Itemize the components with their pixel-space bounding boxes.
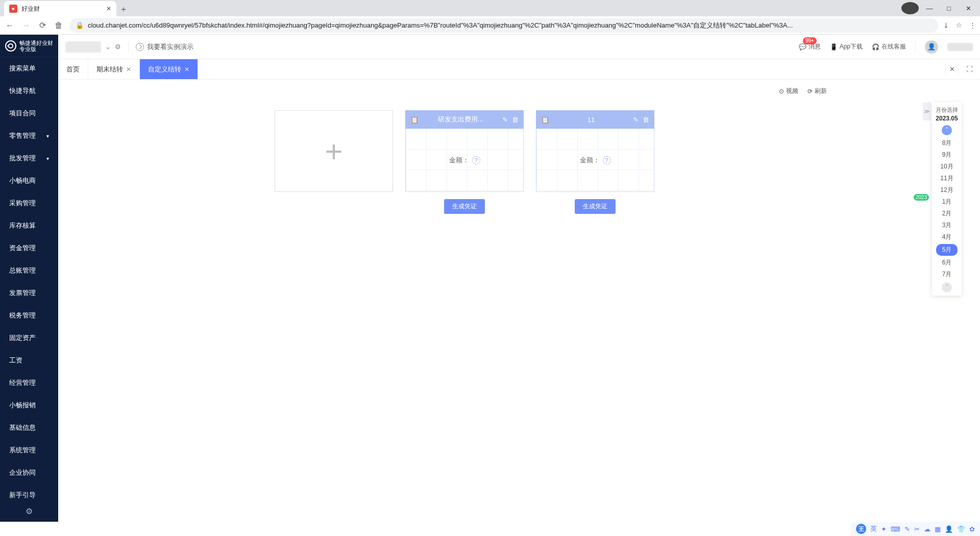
tray-icon[interactable]: ✎ bbox=[904, 525, 910, 533]
month-option[interactable]: 2月 bbox=[932, 208, 962, 220]
sidebar-item[interactable]: 资金管理 bbox=[0, 237, 58, 259]
sidebar-item-label: 采购管理 bbox=[9, 199, 36, 208]
sidebar-item[interactable]: 项目合同 bbox=[0, 102, 58, 125]
support-button[interactable]: 🎧 在线客服 bbox=[872, 42, 906, 51]
tray-icon[interactable]: 👕 bbox=[957, 525, 965, 533]
sidebar-item[interactable]: 总账管理 bbox=[0, 259, 58, 282]
help-icon[interactable]: ? bbox=[603, 156, 611, 164]
forward-button[interactable]: → bbox=[20, 21, 32, 30]
sidebar-item[interactable]: 库存核算 bbox=[0, 214, 58, 237]
sidebar-item[interactable]: 快捷导航 bbox=[0, 80, 58, 102]
chevron-down-icon: ▾ bbox=[46, 133, 49, 139]
edit-icon[interactable]: ✎ bbox=[502, 116, 508, 124]
gear-icon[interactable]: ⚙ bbox=[115, 43, 121, 51]
sidebar-item[interactable]: 零售管理▾ bbox=[0, 125, 58, 147]
sidebar-item[interactable]: 搜索菜单 bbox=[0, 57, 58, 80]
sidebar-item[interactable]: 小畅电商 bbox=[0, 169, 58, 192]
fullscreen-button[interactable]: ⛶ bbox=[963, 63, 976, 76]
delete-icon[interactable]: 🗑 bbox=[512, 116, 519, 124]
month-scroll-down-button[interactable]: ˅ bbox=[942, 282, 952, 293]
month-option[interactable]: 3月 bbox=[932, 220, 962, 231]
bookmark-icon[interactable]: ☆ bbox=[956, 21, 962, 29]
tray-icon[interactable]: ⌨ bbox=[891, 525, 900, 533]
sidebar-item[interactable]: 企业协同 bbox=[0, 461, 58, 484]
page-tab[interactable]: 期末结转✕ bbox=[88, 59, 140, 79]
generate-voucher-button[interactable]: 生成凭证 bbox=[444, 199, 485, 214]
tray-icon[interactable]: ▦ bbox=[935, 525, 941, 533]
browser-tab[interactable]: ♥ 好业财 ✕ bbox=[4, 1, 116, 16]
tray-icon[interactable]: ✦ bbox=[881, 525, 887, 533]
tray-icon[interactable]: ✂ bbox=[914, 525, 920, 533]
sidebar-item-label: 企业协同 bbox=[9, 468, 36, 477]
month-option[interactable]: 7月 bbox=[932, 269, 962, 280]
demo-link[interactable]: 我要看实例演示 bbox=[136, 42, 193, 52]
month-option[interactable]: 9月 bbox=[932, 149, 962, 161]
new-tab-button[interactable]: ＋ bbox=[116, 2, 131, 16]
ime-lang[interactable]: 英 bbox=[870, 524, 877, 533]
month-option[interactable]: 5月 bbox=[936, 244, 958, 256]
incognito-icon[interactable] bbox=[901, 2, 919, 14]
ime-indicator[interactable]: 王 bbox=[856, 524, 866, 534]
month-option[interactable]: 8月 bbox=[932, 137, 962, 149]
sidebar-settings-icon[interactable]: ⚙ bbox=[0, 500, 58, 522]
demo-icon bbox=[136, 43, 144, 51]
sidebar-item[interactable]: 基础信息 bbox=[0, 417, 58, 439]
clipboard-icon: 📋 bbox=[541, 116, 549, 124]
app-download-button[interactable]: 📱 App下载 bbox=[830, 42, 863, 51]
headset-icon: 🎧 bbox=[872, 43, 879, 51]
page-tab-label: 首页 bbox=[66, 65, 80, 74]
month-option[interactable]: 1月 bbox=[932, 196, 962, 208]
url-field[interactable]: 🔒 cloud.chanjet.com/cc/u6d89qwnryel/57bf… bbox=[69, 18, 938, 33]
collapse-month-panel-button[interactable]: ≫ bbox=[923, 102, 931, 120]
sidebar-item[interactable]: 采购管理 bbox=[0, 192, 58, 214]
edit-icon[interactable]: ✎ bbox=[633, 116, 639, 124]
video-link[interactable]: ⊙ 视频 bbox=[779, 87, 798, 95]
help-icon[interactable]: ? bbox=[472, 156, 480, 164]
sidebar-item-label: 搜索菜单 bbox=[9, 64, 36, 73]
page-tab[interactable]: 首页 bbox=[58, 59, 88, 79]
install-app-icon[interactable]: ⤓ bbox=[943, 21, 949, 29]
tab-close-icon[interactable]: ✕ bbox=[184, 66, 189, 73]
tray-icon[interactable]: ✿ bbox=[969, 525, 975, 533]
sidebar-item[interactable]: 固定资产 bbox=[0, 327, 58, 349]
month-option[interactable]: 6月 bbox=[932, 257, 962, 269]
tray-icon[interactable]: ☁ bbox=[924, 525, 930, 533]
generate-voucher-button[interactable]: 生成凭证 bbox=[575, 199, 616, 214]
month-option[interactable]: 11月 bbox=[932, 173, 962, 184]
sidebar-item[interactable]: 小畅报销 bbox=[0, 394, 58, 417]
page-tab[interactable]: 自定义结转✕ bbox=[140, 59, 198, 79]
minimize-button[interactable]: — bbox=[921, 2, 938, 14]
close-window-button[interactable]: ✕ bbox=[960, 2, 977, 14]
chevron-down-icon[interactable]: ⌄ bbox=[105, 43, 111, 51]
sidebar-item[interactable]: 工资 bbox=[0, 349, 58, 372]
tab-close-icon[interactable]: ✕ bbox=[106, 5, 111, 12]
play-icon: ⊙ bbox=[779, 88, 784, 95]
month-option[interactable]: 12月 bbox=[932, 184, 962, 196]
add-card-button[interactable]: + bbox=[275, 110, 393, 192]
transfer-card: 📋研发支出费用...✎🗑金额：?生成凭证 bbox=[405, 110, 524, 214]
sidebar-item[interactable]: 批发管理▾ bbox=[0, 147, 58, 169]
refresh-link[interactable]: ⟳ 刷新 bbox=[807, 87, 827, 95]
year-tag: 2023 bbox=[914, 194, 929, 201]
sidebar-item[interactable]: 税务管理 bbox=[0, 304, 58, 327]
tray-icon[interactable]: 👤 bbox=[945, 525, 953, 533]
month-scroll-up-button[interactable]: ˄ bbox=[942, 125, 952, 135]
avatar[interactable]: 👤 bbox=[925, 40, 938, 54]
month-option[interactable]: 10月 bbox=[932, 161, 962, 173]
sidebar-item[interactable]: 经营管理 bbox=[0, 372, 58, 394]
reload-button[interactable]: ⟳ bbox=[37, 20, 48, 30]
sidebar-item[interactable]: 系统管理 bbox=[0, 439, 58, 461]
month-option[interactable]: 4月 bbox=[932, 231, 962, 243]
messages-button[interactable]: 💬 消息 99+ bbox=[799, 42, 821, 51]
org-switcher[interactable]: ⌄ ⚙ bbox=[65, 41, 121, 53]
back-button[interactable]: ← bbox=[4, 21, 15, 30]
sidebar-item[interactable]: 发票管理 bbox=[0, 282, 58, 304]
delete-icon[interactable]: 🗑 bbox=[53, 21, 64, 30]
close-all-tabs-button[interactable]: ✕ bbox=[945, 63, 959, 76]
kebab-menu-icon[interactable]: ⋮ bbox=[969, 21, 976, 29]
maximize-button[interactable]: □ bbox=[940, 2, 958, 14]
delete-icon[interactable]: 🗑 bbox=[643, 116, 649, 124]
brand-logo-icon bbox=[5, 40, 16, 52]
tab-close-icon[interactable]: ✕ bbox=[126, 66, 131, 73]
sidebar-item[interactable]: 新手引导 bbox=[0, 484, 58, 500]
